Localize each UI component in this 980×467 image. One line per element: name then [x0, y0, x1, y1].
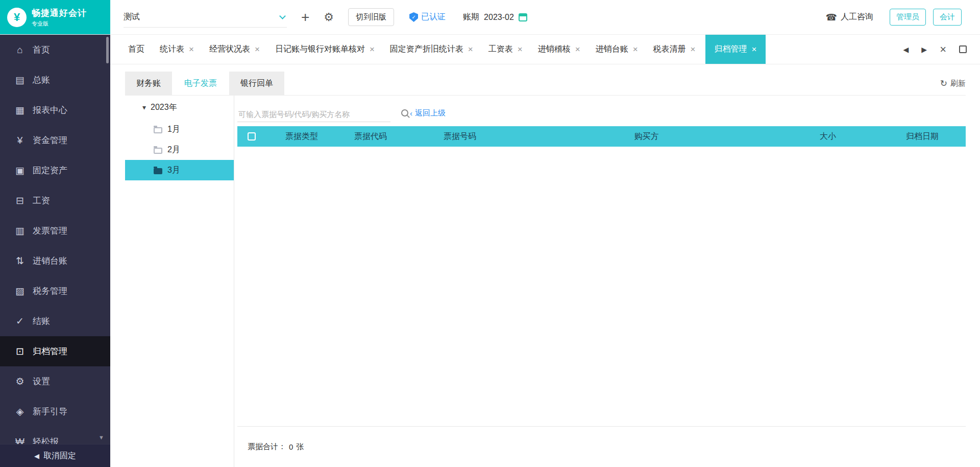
tab-payroll-sheet[interactable]: 工资表 ×	[483, 35, 528, 64]
tab-home[interactable]: 首页	[122, 35, 150, 64]
tab-label: 税表清册	[653, 44, 686, 55]
column-header-invoice-number[interactable]: 票据号码	[404, 131, 516, 142]
sidebar-item-label: 资金管理	[33, 134, 67, 146]
column-header-invoice-code[interactable]: 票据代码	[337, 131, 404, 142]
tab-label: 统计表	[160, 44, 184, 55]
column-header-buyer[interactable]: 购买方	[516, 131, 777, 142]
sidebar-item-invoice-management[interactable]: ▥ 发票管理	[0, 216, 110, 246]
sidebar-item-closing[interactable]: ✓ 结账	[0, 306, 110, 336]
certified-label: 已认证	[421, 12, 446, 22]
role-admin-button[interactable]: 管理员	[890, 9, 926, 26]
tab-purchase-sale-audit[interactable]: 进销稽核 ×	[532, 35, 586, 64]
back-to-parent-link[interactable]: ‹ 返回上级	[410, 108, 446, 118]
tab-close-icon[interactable]: ×	[633, 45, 638, 54]
support-label: 人工咨询	[841, 12, 873, 22]
sidebar-item-purchase-sales-ledger[interactable]: ⇅ 进销台账	[0, 246, 110, 276]
sidebar-scroll-down-icon[interactable]: ▼	[99, 434, 104, 440]
search-input[interactable]	[237, 107, 390, 122]
tab-statistics[interactable]: 统计表 ×	[154, 35, 200, 64]
back-label: 返回上级	[415, 108, 446, 118]
invoice-icon: ▥	[14, 225, 26, 237]
tab-tax-form-list[interactable]: 税表清册 ×	[648, 35, 701, 64]
tab-operating-status[interactable]: 经营状况表 ×	[204, 35, 265, 64]
sidebar-item-settings[interactable]: ⚙ 设置	[0, 366, 110, 396]
tab-close-icon[interactable]: ×	[255, 45, 260, 54]
search-icon[interactable]	[401, 109, 410, 118]
tab-scroll-left-icon[interactable]: ◀	[903, 45, 909, 54]
app-logo: ¥ 畅捷通好会计 专业版	[0, 0, 110, 34]
tab-close-icon[interactable]: ×	[468, 45, 473, 54]
column-header-archive-date[interactable]: 归档日期	[879, 131, 966, 142]
tab-scroll-right-icon[interactable]: ▶	[921, 45, 927, 54]
sidebar-item-fixed-assets[interactable]: ▣ 固定资产	[0, 155, 110, 185]
tab-close-icon[interactable]: ×	[189, 45, 194, 54]
assets-icon: ▣	[14, 165, 26, 176]
sidebar-items: ⌂ 首页 ▤ 总账 ▦ 报表中心 ¥ 资金管理 ▣ 固定资产	[0, 35, 110, 444]
sidebar-scrollbar[interactable]	[106, 37, 109, 63]
sidebar-item-general-ledger[interactable]: ▤ 总账	[0, 65, 110, 95]
support-link[interactable]: ☎ 人工咨询	[826, 12, 873, 23]
tab-purchase-sale-ledger[interactable]: 进销台账 ×	[590, 35, 644, 64]
add-button[interactable]: +	[301, 10, 309, 25]
column-header-size[interactable]: 大小	[777, 131, 879, 142]
close-tab-icon[interactable]: ×	[940, 44, 946, 55]
sidebar-item-beginner-guide[interactable]: ◈ 新手引导	[0, 396, 110, 427]
guide-icon: ◈	[14, 406, 26, 417]
top-header: ¥ 畅捷通好会计 专业版 测试 + ⚙ 切到旧版 ✓ 已认证 账期 2023-0…	[0, 0, 980, 35]
tree-month-march[interactable]: 3月	[125, 160, 234, 180]
sidebar-item-label: 轻松报	[33, 436, 59, 444]
main-area: 首页 统计表 × 经营状况表 × 日记账与银行对账单核对 × 固定资产折旧统计表…	[110, 35, 980, 467]
tree-month-february[interactable]: 2月	[125, 139, 234, 160]
tab-close-icon[interactable]: ×	[691, 45, 696, 54]
tab-label: 首页	[128, 44, 144, 55]
tab-label: 经营状况表	[209, 44, 250, 55]
invoice-list-panel: ‹ 返回上级 票据类型 票据代码 票据号码 购买方	[234, 96, 966, 467]
table-footer: 票据合计： 0 张	[237, 426, 966, 467]
tab-journal-bank-reconciliation[interactable]: 日记账与银行对账单核对 ×	[270, 35, 380, 64]
chevron-down-icon	[279, 13, 286, 19]
unpin-sidebar-button[interactable]: ◀ 取消固定	[0, 444, 110, 467]
tree-month-january[interactable]: 1月	[125, 119, 234, 139]
sidebar-item-label: 固定资产	[33, 165, 67, 176]
account-set-select[interactable]: 测试	[124, 7, 287, 28]
calendar-icon[interactable]	[519, 13, 527, 21]
switch-old-version-button[interactable]: 切到旧版	[348, 8, 394, 26]
sidebar-item-tax-management[interactable]: ▨ 税务管理	[0, 276, 110, 306]
sidebar-item-home[interactable]: ⌂ 首页	[0, 35, 110, 65]
column-header-invoice-type[interactable]: 票据类型	[266, 131, 337, 142]
folder-icon	[154, 168, 162, 174]
footer-total-count: 0	[289, 442, 293, 451]
sidebar-item-label: 工资	[33, 195, 50, 206]
subtab-financial-books[interactable]: 财务账	[125, 72, 172, 95]
subtab-e-invoice[interactable]: 电子发票	[173, 72, 228, 95]
tab-close-icon[interactable]: ×	[575, 45, 580, 54]
gear-icon[interactable]: ⚙	[324, 12, 334, 23]
caret-down-icon[interactable]: ▾	[142, 103, 146, 111]
report-icon: ▦	[14, 104, 26, 116]
unpin-arrow-icon: ◀	[34, 452, 39, 460]
tab-close-icon[interactable]: ×	[752, 45, 757, 54]
certified-badge[interactable]: ✓ 已认证	[409, 12, 446, 22]
fullscreen-icon[interactable]	[959, 45, 967, 53]
sidebar-item-funds-management[interactable]: ¥ 资金管理	[0, 125, 110, 155]
headset-icon: ☎	[826, 12, 837, 23]
funds-icon: ¥	[14, 135, 26, 146]
tax-icon: ▨	[14, 285, 26, 297]
tree-year-2023[interactable]: ▾ 2023年	[125, 96, 234, 119]
tab-close-icon[interactable]: ×	[518, 45, 523, 54]
tab-archive-management[interactable]: 归档管理 ×	[705, 35, 766, 64]
sidebar-item-report-center[interactable]: ▦ 报表中心	[0, 95, 110, 125]
subtab-label: 银行回单	[240, 78, 273, 89]
sidebar-item-partial[interactable]: ₩ 轻松报	[0, 427, 110, 444]
role-accountant-button[interactable]: 会计	[933, 9, 962, 26]
subtab-bank-receipt[interactable]: 银行回单	[229, 72, 284, 95]
tab-depreciation-statistics[interactable]: 固定资产折旧统计表 ×	[384, 35, 479, 64]
sidebar-item-payroll[interactable]: ⊟ 工资	[0, 185, 110, 216]
refresh-button[interactable]: ↻ 刷新	[940, 72, 966, 95]
tab-label: 日记账与银行对账单核对	[275, 44, 365, 55]
sidebar-item-label: 首页	[33, 44, 50, 56]
tab-close-icon[interactable]: ×	[370, 45, 375, 54]
select-all-checkbox[interactable]	[248, 132, 256, 141]
accounting-period[interactable]: 账期 2023-02	[463, 12, 527, 22]
sidebar-item-archive-management[interactable]: ⊡ 归档管理	[0, 336, 110, 366]
